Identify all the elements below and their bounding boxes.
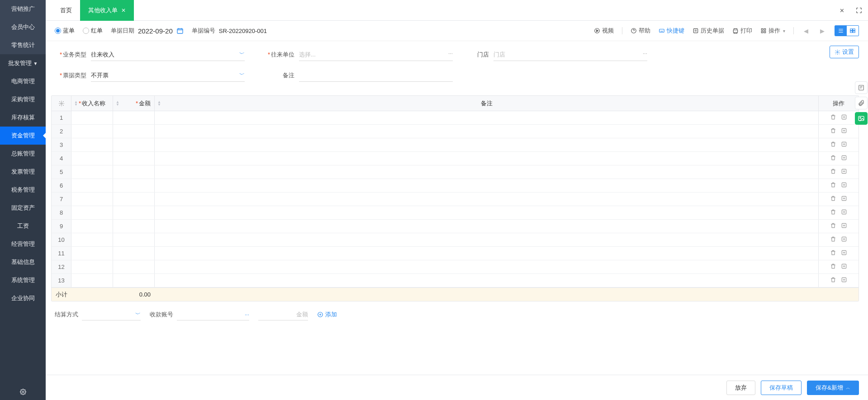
sidebar-item-inventory[interactable]: 库存核算 <box>0 108 46 127</box>
cell-remark[interactable] <box>155 125 819 138</box>
sidebar-item-retail-stats[interactable]: 零售统计 <box>0 36 46 54</box>
table-row[interactable]: 2 <box>52 125 859 138</box>
cell-income-name[interactable] <box>71 152 113 165</box>
add-row-icon[interactable] <box>841 209 847 216</box>
cell-remark[interactable] <box>155 260 819 273</box>
cell-amount[interactable] <box>113 220 155 233</box>
table-row[interactable]: 8 <box>52 206 859 220</box>
sidebar-item-salary[interactable]: 工资 <box>0 217 46 235</box>
cell-income-name[interactable] <box>71 206 113 219</box>
remark-input[interactable] <box>299 69 453 82</box>
table-body[interactable]: 12345678910111213 <box>52 111 859 287</box>
add-settlement-button[interactable]: 添加 <box>317 311 337 319</box>
sidebar-item-wholesale[interactable]: 批发管理▼ <box>0 54 46 72</box>
sidebar-item-fixed-assets[interactable]: 固定资产 <box>0 199 46 217</box>
sidebar-item-ecommerce[interactable]: 电商管理 <box>0 72 46 90</box>
delete-row-icon[interactable] <box>830 195 836 203</box>
settle-method-select[interactable]: ﹀ <box>82 309 141 320</box>
help-button[interactable]: 帮助 <box>631 27 650 35</box>
add-row-icon[interactable] <box>841 249 847 257</box>
sidebar-item-member[interactable]: 会员中心 <box>0 18 46 36</box>
business-type-select[interactable]: ﹀ <box>91 48 245 61</box>
delete-row-icon[interactable] <box>830 114 836 122</box>
table-row[interactable]: 4 <box>52 152 859 165</box>
history-button[interactable]: 历史单据 <box>693 27 724 35</box>
save-draft-button[interactable]: 保存草稿 <box>761 381 802 395</box>
cell-amount[interactable] <box>113 260 155 273</box>
discard-button[interactable]: 放弃 <box>726 381 755 395</box>
cell-income-name[interactable] <box>71 274 113 287</box>
table-row[interactable]: 1 <box>52 111 859 125</box>
delete-row-icon[interactable] <box>830 263 836 271</box>
cell-remark[interactable] <box>155 138 819 151</box>
view-list-button[interactable] <box>835 26 847 36</box>
dock-attachment-icon[interactable] <box>855 97 868 109</box>
print-button[interactable]: 打印 <box>732 27 752 35</box>
cell-income-name[interactable] <box>71 165 113 179</box>
add-row-icon[interactable] <box>841 168 847 176</box>
more-icon[interactable]: ··· <box>245 311 249 318</box>
add-row-icon[interactable] <box>841 141 847 149</box>
delete-row-icon[interactable] <box>830 127 836 135</box>
cell-amount[interactable] <box>113 233 155 246</box>
th-amount[interactable]: ▲▼ *金额 <box>113 96 155 111</box>
delete-row-icon[interactable] <box>830 222 836 230</box>
add-row-icon[interactable] <box>841 277 847 284</box>
th-income-name[interactable]: ▲▼ *收入名称 <box>71 96 113 111</box>
cell-amount[interactable] <box>113 274 155 287</box>
settle-amount-input[interactable] <box>258 309 308 320</box>
more-icon[interactable]: ··· <box>448 50 453 56</box>
table-row[interactable]: 10 <box>52 233 859 247</box>
tab-home[interactable]: 首页 <box>52 0 80 21</box>
cell-amount[interactable] <box>113 125 155 138</box>
more-icon[interactable]: ··· <box>643 50 647 56</box>
cell-amount[interactable] <box>113 152 155 165</box>
add-row-icon[interactable] <box>841 182 847 189</box>
tab-other-income[interactable]: 其他收入单 ✕ <box>80 0 134 21</box>
invoice-type-select[interactable]: ﹀ <box>91 69 245 82</box>
sidebar-item-purchase[interactable]: 采购管理 <box>0 90 46 108</box>
sidebar-item-system[interactable]: 系统管理 <box>0 271 46 289</box>
prev-doc-button[interactable]: ◀ <box>802 28 810 34</box>
operate-button[interactable]: 操作 ▾ <box>760 27 785 35</box>
input-value[interactable] <box>82 311 141 318</box>
radio-red-order[interactable]: 红单 <box>83 27 103 35</box>
cell-income-name[interactable] <box>71 233 113 246</box>
cell-remark[interactable] <box>155 111 819 124</box>
input-value[interactable] <box>258 311 308 318</box>
sidebar-settings[interactable] <box>0 384 46 400</box>
cell-income-name[interactable] <box>71 179 113 192</box>
table-row[interactable]: 11 <box>52 247 859 260</box>
input-value[interactable] <box>177 311 249 318</box>
sidebar-item-business-mgmt[interactable]: 经营管理 <box>0 235 46 253</box>
cell-income-name[interactable] <box>71 220 113 233</box>
cell-income-name[interactable] <box>71 125 113 138</box>
input-value[interactable] <box>299 51 453 58</box>
cell-remark[interactable] <box>155 193 819 206</box>
calendar-icon[interactable] <box>176 27 184 34</box>
table-row[interactable]: 7 <box>52 193 859 206</box>
receive-account-select[interactable]: ··· <box>177 309 249 320</box>
table-row[interactable]: 13 <box>52 274 859 287</box>
cell-remark[interactable] <box>155 274 819 287</box>
cell-income-name[interactable] <box>71 193 113 206</box>
add-row-icon[interactable] <box>841 155 847 162</box>
fullscreen-icon[interactable] <box>854 5 864 16</box>
cell-remark[interactable] <box>155 179 819 192</box>
next-doc-button[interactable]: ▶ <box>818 28 826 34</box>
th-settings[interactable] <box>52 96 71 111</box>
sidebar-item-finance[interactable]: 资金管理 <box>0 127 46 145</box>
cell-income-name[interactable] <box>71 247 113 260</box>
settings-button[interactable]: 设置 <box>830 46 859 58</box>
cell-amount[interactable] <box>113 179 155 192</box>
delete-row-icon[interactable] <box>830 277 836 284</box>
cell-amount[interactable] <box>113 138 155 151</box>
cell-income-name[interactable] <box>71 111 113 124</box>
cell-amount[interactable] <box>113 193 155 206</box>
add-row-icon[interactable] <box>841 222 847 230</box>
th-remark[interactable]: ▲▼ 备注 <box>155 96 819 111</box>
cell-remark[interactable] <box>155 165 819 179</box>
close-icon[interactable]: ✕ <box>121 7 126 14</box>
delete-row-icon[interactable] <box>830 168 836 176</box>
cell-remark[interactable] <box>155 152 819 165</box>
